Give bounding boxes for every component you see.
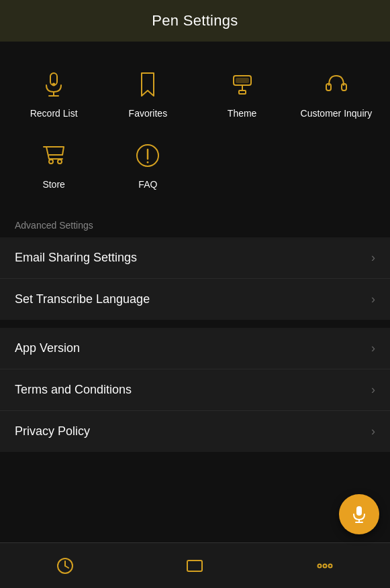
bottom-nav-screen[interactable] [172, 551, 217, 581]
svg-rect-8 [236, 78, 249, 83]
transcribe-language-item[interactable]: Set Transcribe Language › [0, 279, 390, 320]
icon-grid-row1: Record List Favorites Theme [0, 42, 390, 133]
bottom-nav-more[interactable] [302, 551, 348, 581]
terms-item[interactable]: Terms and Conditions › [0, 369, 390, 411]
advanced-settings-label: Advanced Settings [0, 211, 390, 237]
favorites-item[interactable]: Favorites [101, 62, 195, 126]
svg-point-24 [324, 564, 327, 567]
privacy-chevron: › [371, 424, 375, 438]
icon-grid-row2: Store FAQ [0, 133, 390, 211]
advanced-settings-list: Email Sharing Settings › Set Transcribe … [0, 237, 390, 320]
svg-rect-16 [356, 506, 362, 516]
privacy-item[interactable]: Privacy Policy › [0, 411, 390, 452]
app-version-item[interactable]: App Version › [0, 328, 390, 369]
svg-point-15 [147, 162, 149, 164]
faq-label: FAQ [138, 178, 157, 190]
faq-item[interactable]: FAQ [101, 133, 195, 197]
customer-inquiry-icon [320, 68, 352, 101]
svg-point-3 [52, 83, 56, 86]
favorites-icon [132, 68, 164, 101]
favorites-label: Favorites [129, 107, 168, 119]
store-label: Store [42, 178, 64, 190]
store-icon [38, 139, 70, 172]
app-version-label: App Version [15, 341, 80, 355]
svg-point-25 [329, 564, 332, 567]
settings-gap [0, 320, 390, 328]
theme-item[interactable]: Theme [195, 62, 289, 126]
privacy-label: Privacy Policy [15, 424, 90, 438]
record-list-label: Record List [30, 107, 78, 119]
app-version-chevron: › [371, 341, 375, 355]
header-title: Pen Settings [152, 12, 238, 29]
email-sharing-item[interactable]: Email Sharing Settings › [0, 237, 390, 279]
bottom-nav [0, 542, 390, 588]
transcribe-language-chevron: › [371, 292, 375, 306]
faq-icon [132, 139, 164, 172]
svg-line-21 [65, 566, 68, 568]
email-sharing-chevron: › [371, 251, 375, 265]
record-list-item[interactable]: Record List [7, 62, 101, 126]
svg-rect-22 [187, 561, 202, 571]
email-sharing-label: Email Sharing Settings [15, 251, 137, 265]
svg-point-12 [58, 160, 62, 164]
svg-rect-7 [239, 91, 246, 94]
header: Pen Settings [0, 0, 390, 42]
theme-label: Theme [228, 107, 257, 119]
fab-mic-button[interactable] [339, 494, 379, 534]
theme-icon [226, 68, 258, 101]
svg-point-23 [318, 564, 322, 567]
svg-marker-4 [142, 73, 154, 96]
store-item[interactable]: Store [7, 133, 101, 197]
empty-col3 [195, 133, 289, 197]
general-settings-list: App Version › Terms and Conditions › Pri… [0, 328, 390, 452]
bottom-nav-clock[interactable] [42, 551, 88, 581]
empty-col4 [289, 133, 383, 197]
svg-point-11 [49, 160, 53, 164]
customer-inquiry-label: Customer Inquiry [301, 107, 373, 119]
record-list-icon [38, 68, 70, 101]
terms-chevron: › [371, 383, 375, 397]
customer-inquiry-item[interactable]: Customer Inquiry [289, 62, 383, 126]
transcribe-language-label: Set Transcribe Language [15, 292, 150, 306]
terms-label: Terms and Conditions [15, 383, 132, 397]
